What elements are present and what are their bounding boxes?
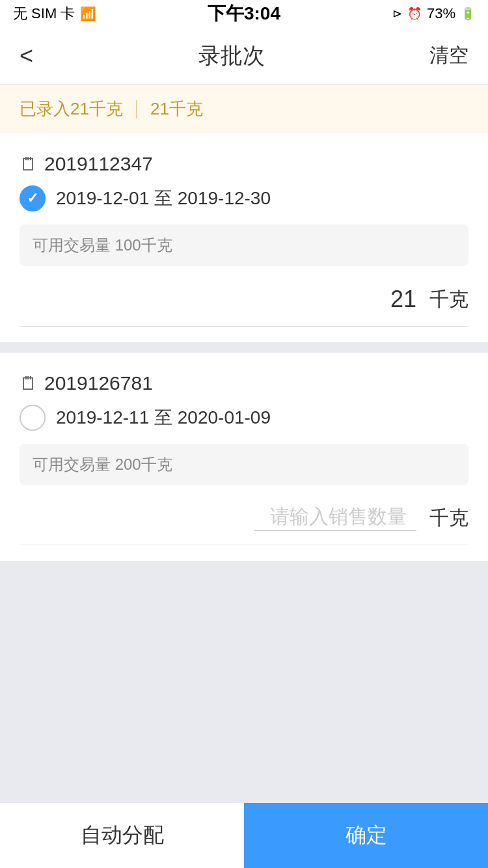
batch-2-radio[interactable] xyxy=(20,405,46,431)
batch-2-id: 2019126781 xyxy=(44,372,153,394)
carrier-text: 无 SIM 卡 xyxy=(13,4,75,23)
batch-1-unit: 千克 xyxy=(429,286,468,313)
back-button[interactable]: < xyxy=(20,42,33,70)
location-icon: ⊳ xyxy=(392,7,402,21)
batch-1-date: 2019-12-01 至 2019-12-30 xyxy=(56,186,271,211)
batch-card-2: 🗒 2019126781 2019-12-11 至 2020-01-09 可用交… xyxy=(0,353,488,561)
batch-card-2-inner: 🗒 2019126781 2019-12-11 至 2020-01-09 xyxy=(0,353,488,431)
batch-2-available: 可用交易量 200千克 xyxy=(20,444,468,485)
status-right: ⊳ ⏰ 73% 🔋 xyxy=(392,5,475,22)
status-left: 无 SIM 卡 📶 xyxy=(13,4,96,23)
batch-1-id-row: 🗒 2019112347 xyxy=(20,153,468,175)
batch-2-quantity-row: 千克 xyxy=(0,485,488,532)
total-label: 21千克 xyxy=(150,98,203,120)
batch-2-id-icon: 🗒 xyxy=(20,373,38,394)
status-bar: 无 SIM 卡 📶 下午3:04 ⊳ ⏰ 73% 🔋 xyxy=(0,0,488,27)
batch-2-unit: 千克 xyxy=(429,505,468,532)
batch-2-date-row[interactable]: 2019-12-11 至 2020-01-09 xyxy=(20,405,468,431)
batch-1-date-row[interactable]: 2019-12-01 至 2019-12-30 xyxy=(20,185,468,211)
summary-divider xyxy=(136,100,137,118)
section-divider xyxy=(0,342,488,353)
batch-1-id: 2019112347 xyxy=(44,153,153,175)
batch-1-quantity-value: 21 xyxy=(390,286,416,313)
nav-bar: < 录批次 清空 xyxy=(0,27,488,85)
alarm-icon: ⏰ xyxy=(407,7,422,21)
battery-icon: 🔋 xyxy=(461,7,475,21)
batch-1-available: 可用交易量 100千克 xyxy=(20,224,468,266)
recorded-label: 已录入21千克 xyxy=(20,98,123,120)
batch-1-quantity-row: 21 千克 xyxy=(0,266,488,313)
content-area: 🗒 2019112347 2019-12-01 至 2019-12-30 可用交… xyxy=(0,133,488,821)
batch-card-1-inner: 🗒 2019112347 2019-12-01 至 2019-12-30 xyxy=(0,133,488,211)
batch-card-1: 🗒 2019112347 2019-12-01 至 2019-12-30 可用交… xyxy=(0,133,488,342)
batch-2-quantity-input[interactable] xyxy=(254,506,416,531)
battery-text: 73% xyxy=(427,5,455,22)
confirm-button[interactable]: 确定 xyxy=(244,803,488,868)
batch-1-radio[interactable] xyxy=(20,185,46,211)
batch-2-date: 2019-12-11 至 2020-01-09 xyxy=(56,405,271,430)
batch-1-id-icon: 🗒 xyxy=(20,154,38,175)
auto-distribute-button[interactable]: 自动分配 xyxy=(0,803,244,868)
status-time: 下午3:04 xyxy=(208,1,280,26)
page-title: 录批次 xyxy=(198,41,265,71)
summary-bar: 已录入21千克 21千克 xyxy=(0,85,488,133)
empty-area xyxy=(0,561,488,821)
batch-2-id-row: 🗒 2019126781 xyxy=(20,372,468,394)
wifi-icon: 📶 xyxy=(80,6,96,21)
bottom-bar: 自动分配 确定 xyxy=(0,803,488,868)
clear-button[interactable]: 清空 xyxy=(429,42,468,69)
